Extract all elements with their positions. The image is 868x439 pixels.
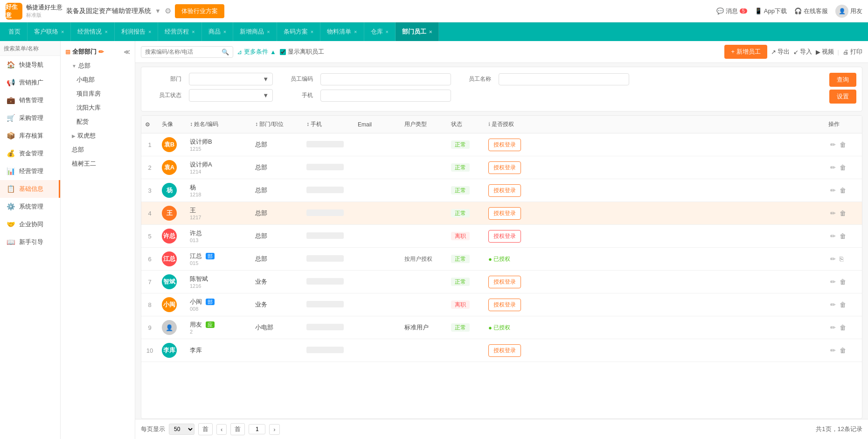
next-page-btn[interactable]: ›: [269, 424, 279, 435]
page-size-select[interactable]: 50 100: [169, 424, 194, 435]
add-employee-btn[interactable]: + 新增员工: [724, 45, 767, 59]
view-btn[interactable]: ▶ 视频: [816, 48, 834, 56]
col-phone[interactable]: ↕ 手机: [303, 116, 354, 133]
sidebar-item-system[interactable]: ⚙️系统管理: [0, 198, 60, 216]
sidebar-item-guide[interactable]: 📖新手引导: [0, 233, 60, 251]
tab-barcode[interactable]: 条码方案×: [277, 22, 320, 41]
online-service-btn[interactable]: 🎧 在线客服: [794, 7, 828, 15]
dept-node-small-elec[interactable]: 小电部: [61, 73, 135, 87]
auth-login-btn[interactable]: 授权登录: [488, 276, 521, 288]
dept-node-shuanghu[interactable]: ▶ 双虎想: [61, 129, 135, 143]
emp-code-input[interactable]: [320, 73, 451, 85]
collapse-btn[interactable]: ≪: [124, 49, 130, 56]
edit-btn[interactable]: ✏: [828, 254, 838, 264]
delete-btn[interactable]: 🗑: [838, 300, 848, 309]
print-btn[interactable]: 🖨 打印: [843, 48, 862, 56]
dept-node-headquarters[interactable]: ▼ 总部: [61, 59, 135, 73]
set-button[interactable]: 设置: [829, 90, 856, 104]
close-icon[interactable]: ×: [223, 29, 226, 35]
tab-profit[interactable]: 利润报告×: [115, 22, 158, 41]
edit-btn[interactable]: ✏: [828, 323, 838, 332]
edit-btn[interactable]: ✏: [828, 186, 838, 195]
prev-page-btn[interactable]: ‹: [216, 424, 227, 435]
import-btn[interactable]: ↙ 导入: [793, 48, 812, 56]
col-name[interactable]: ↕ 姓名/编码: [186, 116, 251, 133]
close-icon[interactable]: ×: [311, 29, 313, 35]
auth-login-btn[interactable]: 授权登录: [488, 207, 521, 220]
sidebar-item-quicknav[interactable]: 🏠快捷导航: [0, 56, 60, 74]
tab-bom[interactable]: 物料清单×: [320, 22, 364, 41]
export-btn[interactable]: ↗ 导出: [771, 48, 790, 56]
gear-icon[interactable]: ⚙: [165, 7, 171, 15]
tab-employees[interactable]: 部门员工×: [396, 22, 439, 41]
edit-btn[interactable]: ✏: [828, 140, 838, 149]
sidebar-item-finance[interactable]: 💰资金管理: [0, 145, 60, 162]
copy-btn[interactable]: ⎘: [838, 254, 845, 264]
sidebar-item-marketing[interactable]: 📢营销推广: [0, 74, 60, 91]
auth-login-btn[interactable]: 授权登录: [488, 139, 521, 151]
auth-login-btn[interactable]: 授权登录: [488, 184, 521, 197]
close-icon[interactable]: ×: [61, 29, 64, 35]
trial-button[interactable]: 体验行业方案: [175, 4, 224, 18]
dept-select[interactable]: ▼: [189, 73, 273, 85]
tab-add-goods[interactable]: 新增商品×: [233, 22, 277, 41]
delete-btn[interactable]: 🗑: [838, 231, 848, 241]
close-icon[interactable]: ×: [148, 29, 151, 35]
edit-btn[interactable]: ✏: [828, 163, 838, 172]
message-btn[interactable]: 💬 消息 5: [716, 7, 747, 15]
sidebar-item-collab[interactable]: 🤝企业协同: [0, 216, 60, 233]
show-resigned-checkbox[interactable]: 显示离职员工: [280, 48, 324, 56]
search-field[interactable]: [145, 49, 220, 55]
delete-btn[interactable]: 🗑: [838, 209, 848, 218]
auth-login-btn[interactable]: 授权登录: [488, 299, 521, 311]
resigned-checkbox[interactable]: [280, 49, 286, 55]
col-dept[interactable]: ↕ 部门/职位: [251, 116, 303, 133]
sidebar-item-inventory[interactable]: 📦库存核算: [0, 127, 60, 145]
delete-btn[interactable]: 🗑: [838, 323, 848, 332]
delete-btn[interactable]: 🗑: [838, 277, 848, 286]
dept-node-shenyang[interactable]: 沈阳大库: [61, 101, 135, 115]
emp-name-input[interactable]: [499, 73, 629, 85]
dept-node-project[interactable]: 项目库房: [61, 87, 135, 101]
tab-home[interactable]: 首页: [2, 22, 28, 41]
sidebar-item-basic[interactable]: 📋基础信息: [0, 180, 60, 198]
sidebar-item-operation[interactable]: 📊经营管理: [0, 162, 60, 180]
first-page-btn[interactable]: 首: [198, 423, 213, 435]
delete-btn[interactable]: 🗑: [838, 346, 848, 355]
edit-btn[interactable]: ✏: [828, 277, 838, 286]
delete-btn[interactable]: 🗑: [838, 186, 848, 195]
query-button[interactable]: 查询: [829, 73, 856, 87]
phone-input[interactable]: [320, 90, 451, 102]
more-filter-btn[interactable]: ⊿ 更多条件 ▲: [237, 48, 276, 56]
close-icon[interactable]: ×: [429, 29, 432, 35]
edit-btn[interactable]: ✏: [828, 231, 838, 241]
close-icon[interactable]: ×: [386, 29, 389, 35]
user-menu[interactable]: 👤 用友: [835, 5, 862, 18]
tab-goods[interactable]: 商品×: [202, 22, 233, 41]
sidebar-item-sales[interactable]: 💼销售管理: [0, 91, 60, 109]
dept-node-dispatch[interactable]: 配货: [61, 115, 135, 129]
dept-node-hq2[interactable]: 总部: [61, 143, 135, 157]
app-download-btn[interactable]: 📱 App下载: [755, 7, 787, 15]
dept-edit-icon[interactable]: ✏: [98, 48, 104, 56]
tab-customer[interactable]: 客户联络×: [28, 22, 71, 41]
close-icon[interactable]: ×: [267, 29, 270, 35]
tab-history[interactable]: 经营历程×: [158, 22, 201, 41]
edit-btn[interactable]: ✏: [828, 209, 838, 218]
auth-login-btn[interactable]: 授权登录: [488, 344, 521, 357]
system-title-dropdown[interactable]: ▼: [155, 7, 161, 14]
tab-warehouse[interactable]: 仓库×: [364, 22, 396, 41]
info-icon[interactable]: ℹ: [488, 121, 490, 127]
close-icon[interactable]: ×: [192, 29, 194, 35]
edit-btn[interactable]: ✏: [828, 346, 838, 355]
auth-login-btn[interactable]: 授权登录: [488, 161, 521, 174]
delete-btn[interactable]: 🗑: [838, 140, 848, 149]
tab-operation[interactable]: 经营情况×: [71, 22, 114, 41]
edit-btn[interactable]: ✏: [828, 300, 838, 309]
sidebar-item-purchase[interactable]: 🛒采购管理: [0, 109, 60, 127]
dept-node-zhishu[interactable]: 植树王二: [61, 157, 135, 171]
close-icon[interactable]: ×: [104, 29, 107, 35]
emp-status-select[interactable]: ▼: [189, 89, 273, 102]
auth-login-btn[interactable]: 授权登录: [488, 230, 521, 243]
close-icon[interactable]: ×: [354, 29, 357, 35]
